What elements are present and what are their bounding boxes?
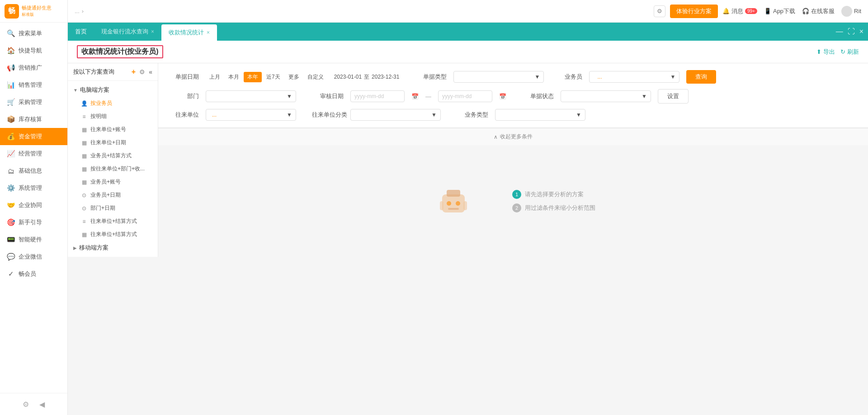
mobile-scheme-title[interactable]: ▶移动端方案 — [68, 241, 158, 255]
sidebar-item-wechat[interactable]: 💬企业微信 — [0, 248, 67, 265]
doc-type-label: 单据类型 — [415, 73, 447, 81]
partner-category-select[interactable]: ▼ — [350, 109, 441, 121]
user-name[interactable]: Rit — [841, 6, 861, 17]
doc-status-select[interactable]: ▼ — [561, 90, 651, 102]
scheme-item-partner_date[interactable]: ▦往来单位+日期 — [68, 136, 158, 149]
scheme-item-dept_date[interactable]: ⊙部门+日期 — [68, 202, 158, 215]
sidebar-item-enterprise[interactable]: 🤝企业协同 — [0, 197, 67, 214]
sidebar-item-sales[interactable]: 📊销售管理 — [0, 76, 67, 94]
filter-row-1: 单据日期 上月本月本年近7天更多自定义 2023-01-01 至 2023-12… — [167, 70, 859, 84]
date-tab-last7[interactable]: 近7天 — [263, 72, 284, 82]
dept-select[interactable]: ▼ — [206, 90, 296, 102]
calendar-icon-from[interactable]: 📅 — [411, 93, 419, 100]
biz-type-select[interactable]: ▼ — [495, 109, 585, 121]
scheme-label-partner_settle2: 往来单位+结算方式 — [90, 231, 137, 238]
sidebar-item-quick[interactable]: 🏠快捷导航 — [0, 42, 67, 59]
doc-status-label: 单据状态 — [522, 92, 554, 100]
scheme-item-salesperson_settle[interactable]: ▦业务员+结算方式 — [68, 149, 158, 162]
date-tab-this_month[interactable]: 本月 — [225, 72, 243, 82]
review-date-to[interactable]: yyyy-mm-dd — [438, 90, 492, 102]
empty-steps: 1 请先选择要分析的方案 2 用过滤条件来缩小分析范围 — [512, 190, 595, 212]
scheme-item-salesperson_date[interactable]: ⊙业务员+日期 — [68, 189, 158, 202]
scheme-label-by_detail: 按明细 — [90, 113, 107, 120]
logo-text: 畅捷通好生意标准版 — [22, 5, 52, 18]
refresh-btn[interactable]: ↻ 刷新 — [840, 48, 859, 56]
doc-type-select[interactable]: ▼ — [453, 71, 544, 83]
settings-bottom-btn[interactable]: ⚙ — [19, 398, 32, 410]
scheme-item-salesperson_account[interactable]: ▦业务员+账号 — [68, 175, 158, 189]
sidebar-item-system[interactable]: ⚙️系统管理 — [0, 179, 67, 197]
biz-type-chevron: ▼ — [576, 112, 581, 118]
scheme-icon-salesperson_account: ▦ — [80, 179, 88, 186]
scheme-item-by_salesperson[interactable]: 👤按业务员 — [68, 97, 158, 110]
notification-label: 消息 — [731, 7, 743, 15]
doc-status-chevron: ▼ — [642, 93, 647, 99]
date-tabs: 上月本月本年近7天更多自定义 — [206, 72, 327, 82]
salesperson-chevron: ▼ — [670, 74, 676, 80]
svg-rect-5 — [440, 201, 443, 210]
collapse-sidebar-btn[interactable]: ◀ — [36, 398, 48, 410]
scheme-icon-partner_settle1: ≡ — [80, 218, 88, 225]
left-panel-title: 按以下方案查询 — [73, 68, 114, 76]
tab-close-receipt[interactable]: × — [207, 29, 210, 36]
partner-more[interactable]: ... — [212, 112, 217, 118]
sidebar-item-basic[interactable]: 🗂基础信息 — [0, 162, 67, 179]
add-scheme-btn[interactable]: + — [132, 68, 136, 76]
tab-home[interactable]: 首页 — [68, 23, 94, 41]
date-tab-more[interactable]: 更多 — [285, 72, 303, 82]
salesperson-more[interactable]: ... — [597, 74, 602, 80]
app-download-btn[interactable]: 📱 App下载 — [764, 7, 795, 15]
nav-icon-enterprise: 🤝 — [7, 201, 15, 209]
main-layout: 按以下方案查询 + ⚙ « ▼电脑端方案👤按业务员≡按明细▦往来单位+账号▦往来… — [68, 63, 868, 257]
query-btn[interactable]: 查询 — [686, 70, 716, 84]
collapse-panel-icon[interactable]: « — [149, 68, 152, 75]
review-date-from[interactable]: yyyy-mm-dd — [350, 90, 405, 102]
sidebar-item-guide[interactable]: 🎯新手引导 — [0, 214, 67, 231]
date-range: 2023-01-01 至 2023-12-31 — [334, 73, 400, 81]
partner-select[interactable]: ... ▼ — [206, 109, 296, 121]
tab-close-bank[interactable]: × — [151, 28, 154, 35]
topbar-settings-icon[interactable]: ⚙ — [654, 5, 665, 17]
sidebar-item-search[interactable]: 🔍搜索菜单 — [0, 25, 67, 42]
date-tab-this_year[interactable]: 本年 — [244, 72, 262, 82]
salesperson-select[interactable]: ... ▼ — [589, 71, 679, 83]
nav-label-operation: 经营管理 — [19, 150, 42, 158]
scheme-settings-icon[interactable]: ⚙ — [139, 68, 145, 75]
tab-receipt[interactable]: 收款情况统计× — [161, 24, 217, 41]
scheme-icon-salesperson_date: ⊙ — [80, 192, 88, 199]
maximize-btn[interactable]: ⛶ — [848, 28, 855, 36]
online-service-btn[interactable]: 🎧 在线客服 — [802, 7, 835, 15]
calendar-icon-to[interactable]: 📅 — [499, 93, 506, 100]
trial-btn[interactable]: 体验行业方案 — [670, 5, 718, 18]
desktop-scheme-title[interactable]: ▼电脑端方案 — [68, 83, 158, 97]
mobile-label: 移动端方案 — [79, 244, 108, 252]
empty-state: 1 请先选择要分析的方案 2 用过滤条件来缩小分析范围 — [158, 145, 868, 257]
scheme-item-partner_account[interactable]: ▦往来单位+账号 — [68, 123, 158, 136]
minimize-btn[interactable]: — — [836, 28, 843, 36]
notification-btn[interactable]: 🔔 消息 99+ — [722, 7, 757, 15]
scheme-item-by_detail[interactable]: ≡按明细 — [68, 110, 158, 123]
scheme-item-partner_dept[interactable]: ▦按往来单位+部门+收... — [68, 162, 158, 175]
nav-icon-operation: 📈 — [7, 150, 15, 158]
date-tab-custom[interactable]: 自定义 — [304, 72, 327, 82]
scheme-item-partner_settle2[interactable]: ▦往来单位+结算方式 — [68, 228, 158, 241]
sidebar-item-purchase[interactable]: 🛒采购管理 — [0, 94, 67, 111]
export-btn[interactable]: ⬆ 导出 — [816, 48, 835, 56]
sidebar-item-operation[interactable]: 📈经营管理 — [0, 145, 67, 162]
sidebar-item-hardware[interactable]: 📟智能硬件 — [0, 231, 67, 248]
scheme-item-partner_settle1[interactable]: ≡往来单位+结算方式 — [68, 215, 158, 228]
sidebar-item-inventory[interactable]: 📦库存核算 — [0, 111, 67, 128]
sidebar-item-marketing[interactable]: 📢营销推广 — [0, 59, 67, 76]
window-close-btn[interactable]: × — [859, 28, 863, 36]
sidebar-item-finance[interactable]: 💰资金管理 — [0, 128, 67, 145]
tab-bank[interactable]: 现金银行流水查询× — [94, 23, 161, 41]
desktop-label: 电脑端方案 — [80, 86, 109, 94]
sidebar-item-member[interactable]: ✓畅会员 — [0, 265, 67, 283]
user-name-text: Rit — [854, 8, 861, 14]
collapse-bar[interactable]: ∧ 收起更多条件 — [158, 128, 868, 145]
nav-label-inventory: 库存核算 — [19, 115, 42, 123]
nav-icon-finance: 💰 — [7, 132, 15, 141]
right-content: 单据日期 上月本月本年近7天更多自定义 2023-01-01 至 2023-12… — [158, 63, 868, 257]
set-btn[interactable]: 设置 — [658, 89, 689, 104]
date-tab-last_month[interactable]: 上月 — [206, 72, 224, 82]
